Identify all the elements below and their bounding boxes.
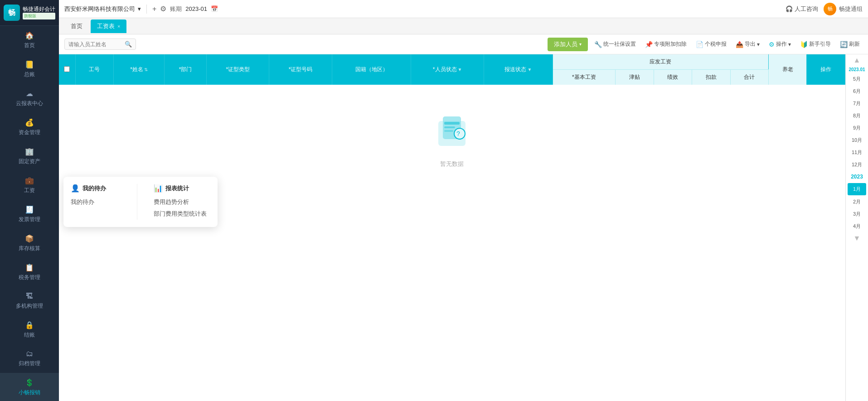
reports-icon: 📊: [154, 184, 163, 193]
sidebar-item-closing[interactable]: 🔒 结账: [0, 315, 59, 344]
search-input[interactable]: [68, 41, 123, 48]
logo-text: 畅捷通好会计: [23, 6, 55, 13]
sidebar-item-invoice[interactable]: 🧾 发票管理: [0, 200, 59, 229]
sidebar-label-assets: 固定资产: [19, 158, 40, 165]
tabbar: 首页 工资表 ×: [59, 18, 868, 34]
sidebar-item-tax[interactable]: 📋 税务管理: [0, 258, 59, 287]
add-person-button[interactable]: 添加人员 ▾: [548, 38, 588, 51]
sidebar-item-funds[interactable]: 💰 资金管理: [0, 113, 59, 142]
topbar: 西安虾米网络科技有限公司 ▾ + ⚙ 账期 2023-01 📅 🎧 人工咨询 畅…: [59, 0, 868, 18]
popup-todo-link[interactable]: 我的待办: [71, 196, 128, 208]
sidebar-item-salary[interactable]: 💼 工资: [0, 171, 59, 200]
period-label: 账期: [170, 5, 182, 13]
col-status[interactable]: *人员状态 ▼: [411, 54, 484, 85]
social-security-btn[interactable]: 🔧 统一社保设置: [592, 39, 639, 50]
col-name[interactable]: *姓名 ⇅: [113, 54, 164, 85]
month-nav-up[interactable]: ▲: [852, 54, 863, 66]
headset-icon: 🎧: [786, 5, 793, 12]
search-box[interactable]: 🔍: [64, 39, 136, 50]
settings-gear-icon[interactable]: ⚙: [160, 5, 166, 13]
col-report-status[interactable]: 报送状态 ▼: [484, 54, 553, 85]
month-item-7月[interactable]: 7月: [846, 97, 868, 110]
popup-reports-link-2[interactable]: 部门费用类型统计表: [154, 208, 211, 220]
tab-close-icon[interactable]: ×: [117, 24, 120, 29]
col-checkbox[interactable]: [59, 54, 75, 85]
select-all-checkbox[interactable]: [64, 66, 70, 72]
table-container: 工号 *姓名 ⇅ *部门: [59, 54, 845, 401]
toolbar-right: 添加人员 ▾ 🔧 统一社保设置 📌 专项附加扣除 📄 个税申报: [548, 38, 863, 51]
add-dropdown-icon: ▾: [579, 42, 582, 47]
popup-reports-link-1[interactable]: 费用趋势分析: [154, 196, 211, 208]
empty-icon: ?: [432, 112, 472, 153]
sidebar-item-inventory[interactable]: 📦 库存核算: [0, 229, 59, 258]
month-item-8月[interactable]: 8月: [846, 110, 868, 122]
col-dept: *部门: [164, 54, 206, 85]
month-item-9月[interactable]: 9月: [846, 122, 868, 134]
sidebar-item-ledger[interactable]: 📒 总账: [0, 55, 59, 84]
inventory-icon: 📦: [25, 234, 34, 243]
col-allowance: 津贴: [616, 70, 654, 85]
avatar: 畅: [824, 3, 836, 15]
closing-icon: 🔒: [25, 321, 34, 329]
logo-icon: 畅: [4, 5, 20, 21]
table-area: 工号 *姓名 ⇅ *部门: [59, 54, 868, 401]
tab-salary-table[interactable]: 工资表 ×: [91, 19, 126, 33]
invoice-icon: 🧾: [25, 205, 34, 214]
sidebar-label-inventory: 库存核算: [19, 245, 40, 252]
popup-todo-title: 我的待办: [82, 184, 106, 193]
sidebar-label-ledger: 总账: [24, 71, 35, 78]
name-sort-icon: ⇅: [144, 67, 148, 72]
sidebar-label-funds: 资金管理: [19, 129, 40, 136]
reports-icon: ☁: [26, 89, 33, 98]
month-item-11月[interactable]: 11月: [846, 146, 868, 159]
month-item-5月[interactable]: 5月: [846, 73, 868, 85]
assets-icon: 🏢: [25, 147, 34, 156]
tax-return-btn[interactable]: 📄 个税申报: [693, 39, 729, 50]
col-operation: 操作: [807, 54, 845, 85]
sidebar-item-assets[interactable]: 🏢 固定资产: [0, 142, 59, 171]
sidebar-label-multi-org: 多机构管理: [16, 302, 43, 310]
month-item-2月[interactable]: 2月: [846, 196, 868, 208]
sidebar-label-closing: 结账: [24, 331, 35, 339]
col-empno: 工号: [75, 54, 113, 85]
operation-icon: ⚙: [769, 41, 775, 48]
operation-btn[interactable]: ⚙ 操作 ▾: [766, 39, 794, 50]
new-guide-btn[interactable]: 🔰 新手引导: [797, 39, 834, 50]
calendar-icon[interactable]: 📅: [211, 5, 218, 12]
dropdown-arrow-icon: ▾: [138, 5, 141, 12]
logo-tag: 旗舰版: [23, 13, 55, 19]
year-2023-label: 2023: [846, 171, 868, 183]
month-nav-down[interactable]: ▼: [852, 232, 863, 244]
special-deduct-btn[interactable]: 📌 专项附加扣除: [642, 39, 689, 50]
month-item-3月[interactable]: 3月: [846, 208, 868, 220]
export-icon: 📤: [736, 41, 743, 48]
col-idnumber: *证型号码: [269, 54, 332, 85]
user-info[interactable]: 畅 畅捷通组: [824, 3, 863, 15]
ledger-icon: 📒: [25, 60, 34, 69]
salary-icon: 💼: [25, 176, 34, 185]
sidebar-nav: 🏠 首页 📒 总账 ☁ 云报表中心 💰 资金管理 🏢 固定资产 💼 工资 🧾 发…: [0, 26, 59, 401]
month-item-10月[interactable]: 10月: [846, 134, 868, 146]
topbar-divider: [146, 5, 147, 14]
month-item-6月[interactable]: 6月: [846, 85, 868, 97]
home-icon: 🏠: [25, 31, 34, 40]
funds-icon: 💰: [25, 118, 34, 127]
sidebar-item-home[interactable]: 🏠 首页: [0, 26, 59, 55]
toolbar: 🔍 添加人员 ▾ 🔧 统一社保设置 📌 专项附加扣除: [59, 34, 868, 54]
sidebar-item-archive[interactable]: 🗂 归档管理: [0, 344, 59, 373]
tab-home[interactable]: 首页: [64, 19, 89, 33]
support-btn[interactable]: 🎧 人工咨询: [786, 5, 818, 13]
company-selector[interactable]: 西安虾米网络科技有限公司 ▾: [64, 5, 141, 13]
sidebar-item-xiaochang[interactable]: 💲 小畅报销: [0, 373, 59, 401]
month-item-12月[interactable]: 12月: [846, 159, 868, 171]
current-month[interactable]: 1月: [848, 183, 866, 195]
refresh-btn[interactable]: 🔄 刷新: [837, 39, 863, 50]
todo-icon: 👤: [71, 184, 80, 193]
sidebar-item-reports[interactable]: ☁ 云报表中心: [0, 84, 59, 113]
month-item-4月[interactable]: 4月: [846, 220, 868, 232]
sidebar-item-multi-org[interactable]: 🏗 多机构管理: [0, 287, 59, 315]
export-btn[interactable]: 📤 导出 ▾: [733, 39, 762, 50]
add-period-icon[interactable]: +: [152, 5, 156, 13]
sidebar-label-salary: 工资: [24, 187, 35, 194]
popup-section-todo: 👤 我的待办 我的待办: [71, 184, 128, 220]
